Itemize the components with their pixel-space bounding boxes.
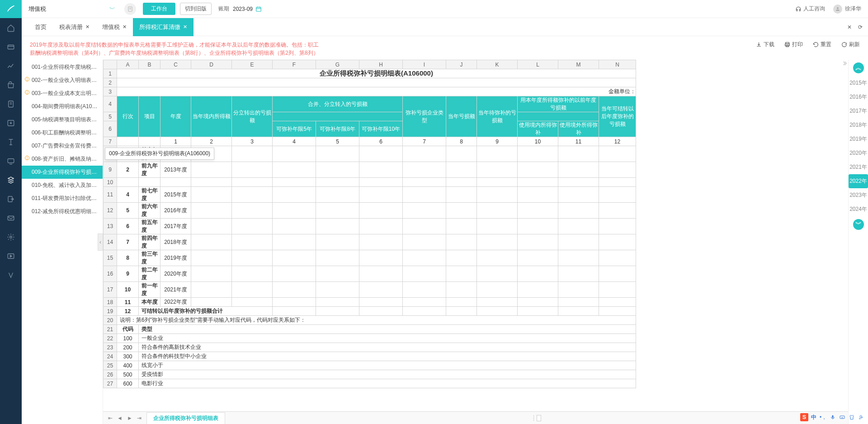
sheet-nav-first-icon[interactable]: ⇤ <box>107 415 114 421</box>
grid-cell[interactable]: 当年可结转以后年度弥补的亏损额 <box>599 96 636 137</box>
nav-mail-icon[interactable] <box>6 214 15 223</box>
grid-cell[interactable] <box>446 307 477 316</box>
col-header[interactable]: C <box>160 60 191 69</box>
grid-cell[interactable] <box>316 187 359 203</box>
col-header[interactable]: N <box>599 60 636 69</box>
tab-首页[interactable]: 首页 <box>28 18 53 36</box>
row-header[interactable]: 25 <box>104 361 117 370</box>
grid-cell[interactable] <box>359 146 403 162</box>
grid-cell[interactable] <box>359 203 403 219</box>
grid-cell[interactable] <box>518 266 558 282</box>
consult-link[interactable]: 人工咨询 <box>795 5 825 13</box>
grid-cell[interactable] <box>477 298 518 307</box>
grid-cell[interactable]: 4 <box>117 187 139 203</box>
row-header[interactable]: 2 <box>104 78 117 87</box>
nav-stack-icon[interactable] <box>6 176 15 185</box>
grid-cell[interactable] <box>191 203 232 219</box>
grid-cell[interactable] <box>446 146 477 162</box>
grid-cell[interactable]: 可弥补年限5年 <box>273 121 316 137</box>
grid-cell[interactable] <box>477 219 518 234</box>
row-header[interactable]: 21 <box>104 325 117 334</box>
grid-cell[interactable]: 用本年度所得额弥补的以前年度亏损额 <box>518 96 599 112</box>
grid-cell[interactable]: 合并、分立转入的亏损额 <box>273 96 403 112</box>
ime-shirt-icon[interactable] <box>848 413 856 421</box>
grid-cell[interactable] <box>232 250 273 266</box>
grid-cell[interactable] <box>232 298 273 307</box>
grid-cell[interactable] <box>316 250 359 266</box>
grid-cell[interactable]: 2018年度 <box>160 234 191 250</box>
grid-cell[interactable] <box>477 203 518 219</box>
grid-cell[interactable] <box>232 203 273 219</box>
grid-cell[interactable] <box>446 187 477 203</box>
year-item[interactable]: 2018年 <box>849 118 868 132</box>
user-menu[interactable]: 徐泽华 <box>833 5 861 14</box>
grid-cell[interactable] <box>232 178 273 187</box>
grid-cell[interactable] <box>403 187 446 203</box>
grid-cell[interactable]: 2 <box>117 162 139 178</box>
grid-cell[interactable]: 符合条件的科技型中小企业 <box>139 352 636 361</box>
grid-cell[interactable]: 说明：第6列"弥补亏损企业类型"需要手动输入对应代码，代码对应关系如下： <box>117 316 636 325</box>
grid-cell[interactable]: 3 <box>232 137 273 146</box>
grid-cell[interactable] <box>518 178 558 187</box>
sheet-nav-next-icon[interactable]: ► <box>126 415 134 421</box>
grid-cell[interactable] <box>558 250 599 266</box>
col-header[interactable]: G <box>316 60 359 69</box>
sheet-hscroll-thumb[interactable] <box>537 415 541 421</box>
ime-mic-icon[interactable] <box>829 413 837 421</box>
grid-cell[interactable]: 一般企业 <box>139 334 636 343</box>
grid-cell[interactable] <box>403 162 446 178</box>
grid-cell[interactable]: 电影行业 <box>139 379 636 388</box>
grid-cell[interactable] <box>232 282 273 298</box>
grid-cell[interactable] <box>518 203 558 219</box>
row-header[interactable]: 27 <box>104 379 117 388</box>
grid-cell[interactable] <box>558 162 599 178</box>
nav-play-icon[interactable] <box>6 252 15 261</box>
grid-cell[interactable]: 100 <box>117 334 139 343</box>
sheet-nav-last-icon[interactable]: ⇥ <box>136 415 143 421</box>
grid-cell[interactable] <box>316 282 359 298</box>
year-item[interactable]: 2021年 <box>849 160 868 174</box>
nav-doc-icon[interactable] <box>6 100 15 109</box>
grid-cell[interactable] <box>316 298 359 307</box>
grid-cell[interactable]: 类型 <box>139 325 636 334</box>
grid-cell[interactable] <box>558 178 599 187</box>
grid-cell[interactable] <box>316 219 359 234</box>
tab-close-icon[interactable]: ✕ <box>85 24 90 30</box>
year-item[interactable]: 2015年 <box>849 76 868 90</box>
grid-cell[interactable] <box>232 162 273 178</box>
grid-cell[interactable] <box>599 203 636 219</box>
header-doc-icon[interactable] <box>124 3 136 15</box>
grid-cell[interactable] <box>599 146 636 162</box>
ime-lang-icon[interactable]: 中 <box>810 413 818 421</box>
expand-sheet-icon[interactable] <box>842 61 848 67</box>
grid-cell[interactable] <box>359 282 403 298</box>
grid-cell[interactable]: 分立转出的亏损额 <box>232 96 273 137</box>
grid-cell[interactable] <box>446 250 477 266</box>
grid-cell[interactable]: 11 <box>117 298 139 307</box>
grid-cell[interactable] <box>518 307 558 316</box>
col-header[interactable]: E <box>232 60 273 69</box>
nav-chart-icon[interactable] <box>6 62 15 71</box>
report-item[interactable]: 003-一般企业成本支出明细... <box>22 87 103 100</box>
grid-cell[interactable] <box>558 146 599 162</box>
nav-v-icon[interactable] <box>6 271 15 280</box>
col-header[interactable]: H <box>359 60 403 69</box>
grid-cell[interactable] <box>191 266 232 282</box>
year-item[interactable]: 2019年 <box>849 132 868 146</box>
grid-cell[interactable]: 年度 <box>160 96 191 137</box>
grid-cell[interactable]: 当年亏损额 <box>446 96 477 137</box>
year-item[interactable]: 2023年 <box>849 188 868 202</box>
grid-cell[interactable] <box>477 178 518 187</box>
tab-增值税[interactable]: 增值税✕ <box>96 18 133 36</box>
grid-cell[interactable] <box>477 187 518 203</box>
grid-cell[interactable] <box>191 250 232 266</box>
grid-cell[interactable] <box>232 146 273 162</box>
grid-cell[interactable] <box>273 178 316 187</box>
grid-cell[interactable] <box>446 234 477 250</box>
col-header[interactable]: A <box>117 60 139 69</box>
grid-cell[interactable]: 10 <box>117 282 139 298</box>
report-item[interactable]: 008-资产折旧、摊销及纳税... <box>22 152 103 166</box>
grid-cell[interactable] <box>359 250 403 266</box>
grid-cell[interactable] <box>232 234 273 250</box>
grid-cell[interactable] <box>191 282 232 298</box>
